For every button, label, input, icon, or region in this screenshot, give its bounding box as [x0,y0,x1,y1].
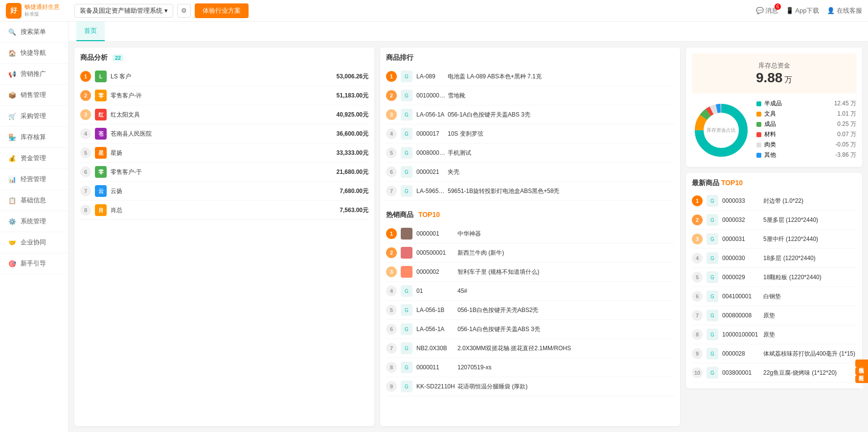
sidebar-icon: 📢 [8,71,17,78]
hot-product-item: 6 G LA-056-1A 056-1A白色按键开关盖ABS 3壳 [386,320,674,339]
product-icon: G [401,109,412,120]
product-name: 雪地靴 [448,92,674,100]
float-btn-直播[interactable]: 直播 [855,375,868,383]
sidebar-item-系统管理[interactable]: ⚙️系统管理 [0,211,68,232]
rank-number: 3 [386,109,397,120]
legend-label: 成品 [764,120,776,128]
customer-avatar: L [95,71,107,82]
latest-product-code: 10000100001 [722,331,761,338]
sidebar-item-搜索菜单[interactable]: 🔍搜索菜单 [0,22,68,43]
product-code: LA-056-1A [416,111,446,118]
right-column: 库存总资金 9.88 万 [686,48,862,426]
legend-label: 文具 [764,110,776,118]
customer-avatar: 肖 [95,204,107,216]
rank-number: 5 [386,305,397,315]
sidebar-item-营销推广[interactable]: 📢营销推广 [0,64,68,85]
product-icon: G [707,252,718,264]
donut-chart: 库存资金占比 [692,101,751,160]
sidebar-item-资金管理[interactable]: 💰资金管理 [0,148,68,169]
hot-product-code: 0000011 [416,364,456,371]
latest-product-name: 原垫 [763,312,856,320]
latest-product-name: 原垫 [763,331,856,339]
customer-value: 7,680.00元 [340,187,368,195]
product-icon: G [707,290,718,302]
product-rank-list: 1 G LA-089 电池盖 LA-089 ABS本色+黑种 7.1克 2 G … [386,67,674,201]
product-name: 手机测试 [448,149,674,157]
rank-number: 6 [386,324,397,335]
hot-product-item: 7 G NB2.0X30B 2.0X30MM双搓花轴.搓花直径2.1MM/ROH… [386,339,674,358]
customer-avatar: 星 [95,147,107,159]
rank-number: 8 [386,362,397,373]
float-btn-客服热线[interactable]: 客服热线 [855,360,868,367]
latest-product-name: 22g鱼豆腐-烧烤味 (1*12*20) [763,369,856,377]
legend-item: 成品 0.25 万 [756,120,856,128]
rank-number: 2 [386,90,397,101]
product-icon: G [707,271,718,283]
sidebar-item-采购管理[interactable]: 🛒采购管理 [0,106,68,127]
top-bar-center: 装备及固定资产辅助管理系统 ▾ ⚙ 体验行业方案 [74,3,756,18]
latest-product-code: 0000030 [722,255,761,262]
latest-product-name: 18多层 (1220*2440) [763,254,856,263]
trial-button[interactable]: 体验行业方案 [195,3,249,18]
rank-number: 1 [692,195,703,206]
rank-number: 7 [80,186,91,196]
sidebar-item-库存核算[interactable]: 🏪库存核算 [0,127,68,148]
latest-product-name: 5厘中纤 (1220*2440) [763,235,856,243]
hot-product-code: LA-056-1A [416,326,456,333]
rank-number: 4 [80,128,91,139]
chevron-down-icon: ▾ [164,7,168,14]
sidebar-item-新手引导[interactable]: 🎯新手引导 [0,253,68,274]
product-name: 10S 变刹罗弦 [448,130,674,138]
logo-icon: 好 [6,3,22,19]
customer-name: LS 客户 [111,72,337,81]
customer-name: 星扬 [111,149,337,157]
rank-number: 5 [386,147,397,158]
sidebar-item-快捷导航[interactable]: 🏠快捷导航 [0,43,68,64]
sidebar-icon: 🏪 [8,134,17,141]
latest-products-list: 1 G 0000033 封边带 (1.0*22) 2 G 0000032 5厘多… [692,192,856,383]
product-icon: G [707,348,718,360]
legend-item: 材料 0.07 万 [756,130,856,139]
latest-product-code: 0000031 [722,236,761,242]
hot-product-item: 9 G KK-SD22110H 花语萌恒温分腿睡袋 (厚款) [386,377,674,396]
hot-product-name: 2.0X30MM双搓花轴.搓花直径2.1MM/ROHS [457,344,674,353]
sidebar-item-基础信息[interactable]: 📋基础信息 [0,190,68,211]
rank-number: 7 [386,186,397,196]
rank-number: 3 [80,109,91,120]
product-code: 000800005 [416,149,446,156]
latest-product-code: 0000029 [722,274,761,281]
product-icon: G [707,367,718,379]
system-name[interactable]: 装备及固定资产辅助管理系统 ▾ [74,4,173,18]
latest-product-item: 8 G 10000100001 原垫 [692,325,856,344]
legend-item: 其他 -3.86 万 [756,151,856,159]
customer-value: 53,006.26元 [337,72,368,81]
rank-number: 6 [692,291,703,302]
legend-dot [756,122,761,127]
product-icon: G [401,128,412,140]
online-service[interactable]: 👤 在线客服 [827,6,862,15]
sidebar-icon: 🎯 [8,260,17,267]
customer-name: 苍南县人民医院 [111,130,337,138]
float-btn-服务社区[interactable]: 服务社区 [855,367,868,375]
message-icon[interactable]: 💬 消息 6 [756,6,778,15]
hot-product-item: 3 0000002 智利车子里 (规格不知道填什么) [386,263,674,282]
latest-product-item: 9 G 0000028 体斌荔枝味苏打饮品400毫升 (1*15) [692,344,856,363]
tab-home[interactable]: 首页 [76,22,105,41]
rank-number: 9 [386,381,397,392]
latest-product-code: 0000032 [722,216,761,223]
latest-product-name: 18颗粒板 (1220*2440) [763,273,856,282]
sidebar-item-经营管理[interactable]: 📊经营管理 [0,169,68,190]
app-download[interactable]: 📱 App下载 [786,6,819,15]
gear-button[interactable]: ⚙ [177,4,191,18]
hot-product-code: NB2.0X30B [416,345,456,352]
sidebar-item-企业协同[interactable]: 🤝企业协同 [0,232,68,253]
logo-sub: 标准版 [24,11,60,18]
customer-name: 云扬 [111,187,340,195]
hot-product-code: KK-SD22110H [416,383,456,390]
rank-number: 5 [692,272,703,283]
sidebar-item-销售管理[interactable]: 📦销售管理 [0,85,68,106]
legend-dot [756,143,761,147]
product-icon: G [401,361,412,373]
customer-rank-item: 1 L LS 客户 53,006.26元 [80,67,368,86]
sidebar-icon: 🛒 [8,113,17,120]
